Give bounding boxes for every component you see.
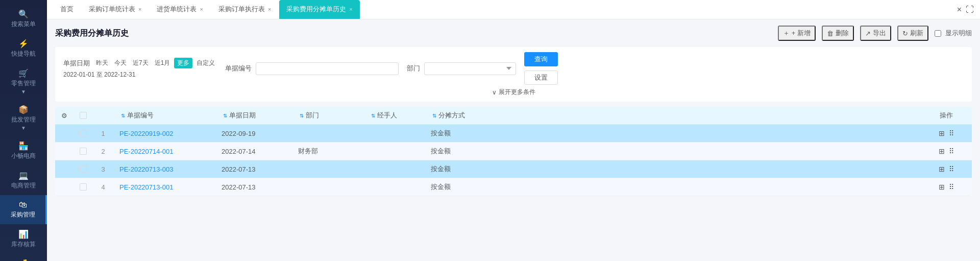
close-tab-purchase-exec[interactable]: ×: [268, 6, 271, 12]
row-ops-0: ⊞ ⠿: [921, 125, 972, 143]
refresh-button[interactable]: ↻ 刷新: [897, 26, 928, 41]
sidebar-item-inventory[interactable]: 📊 库存核算: [0, 224, 47, 254]
delete-button[interactable]: 🗑 删除: [822, 26, 854, 41]
table-row: 2 PE-20220714-001 2022-07-14 财务部 按金额 ⊞ ⠿: [55, 143, 972, 160]
data-table: ⚙ ⇅ 单据编号 ⇅ 单据日期: [55, 107, 972, 196]
sidebar-item-mini-shop[interactable]: 🏪 小畅电商: [0, 136, 47, 165]
col-header-check[interactable]: [74, 107, 93, 125]
row-checkbox-3[interactable]: [80, 183, 87, 191]
col-header-handler[interactable]: ⇅ 经手人: [363, 107, 425, 125]
close-tab-purchase-cost-history[interactable]: ×: [349, 6, 352, 12]
sidebar-item-quick-nav[interactable]: ⚡ 快捷导航: [0, 34, 47, 63]
doc-link-2[interactable]: PE-20220713-003: [119, 165, 174, 173]
tab-purchase-cost-history[interactable]: 采购费用分摊单历史 ×: [279, 0, 359, 19]
sidebar-item-retail[interactable]: 🛒 零售管理 ▼: [0, 63, 47, 100]
row-dept-3: [292, 178, 363, 196]
close-tab-inbound-stats[interactable]: ×: [200, 6, 203, 12]
search-icon: 🔍: [18, 9, 29, 19]
tab-purchase-order-stats[interactable]: 采购订单统计表 ×: [82, 0, 149, 19]
row-date-3: 2022-07-13: [215, 178, 292, 196]
row-edit-icon-2[interactable]: ⊞: [939, 165, 945, 173]
row-num-1: 2: [93, 143, 113, 160]
sidebar-item-capital[interactable]: 💰 资金管理: [0, 254, 47, 261]
row-check-cell[interactable]: [74, 125, 93, 143]
sidebar-item-wholesale[interactable]: 📦 批发管理 ▼: [0, 100, 47, 136]
row-more-icon-0[interactable]: ⠿: [949, 129, 954, 137]
col-header-dept[interactable]: ⇅ 部门: [292, 107, 363, 125]
shortcut-yesterday[interactable]: 昨天: [94, 58, 110, 68]
row-edit-icon-3[interactable]: ⊞: [939, 183, 945, 191]
shortcut-custom[interactable]: 自定义: [194, 58, 217, 68]
shortcut-7days[interactable]: 近7天: [131, 58, 151, 68]
row-checkbox-0[interactable]: [80, 130, 87, 137]
sort-icon-docno: ⇅: [121, 113, 125, 118]
row-checkbox-1[interactable]: [80, 148, 87, 155]
export-label: 导出: [873, 29, 886, 38]
dept-filter: 部门: [407, 62, 516, 75]
close-tab-purchase-order-stats[interactable]: ×: [138, 6, 141, 12]
tab-purchase-exec-label: 采购订单执行表: [218, 5, 265, 14]
row-docno-0[interactable]: PE-20220919-002: [113, 125, 215, 143]
show-cols-toggle[interactable]: 显示明细: [935, 29, 972, 38]
doc-link-1[interactable]: PE-20220714-001: [119, 148, 174, 155]
expand-window-icon[interactable]: ⛶: [966, 5, 974, 14]
row-num-2: 3: [93, 160, 113, 178]
row-dept-0: [292, 125, 363, 143]
add-button[interactable]: ＋ + 新增: [778, 26, 816, 41]
row-ops-3: ⊞ ⠿: [921, 178, 972, 196]
export-button[interactable]: ↗ 导出: [860, 26, 891, 41]
date-shortcuts: 昨天 今天 近7天 近1月 更多 自定义: [94, 58, 217, 68]
doc-no-input[interactable]: [256, 62, 399, 75]
row-check-cell[interactable]: [74, 160, 93, 178]
sidebar-item-label: 搜索菜单: [11, 20, 36, 29]
toolbar: ＋ + 新增 🗑 删除 ↗ 导出 ↻ 刷新 显示明细: [778, 26, 972, 41]
row-docno-3[interactable]: PE-20220713-001: [113, 178, 215, 196]
close-window-icon[interactable]: ×: [957, 5, 962, 14]
row-edit-icon-0[interactable]: ⊞: [939, 129, 945, 137]
shortcut-more[interactable]: 更多: [174, 58, 192, 68]
shortcut-today[interactable]: 今天: [112, 58, 129, 68]
select-all-checkbox[interactable]: [80, 112, 87, 119]
sidebar-item-search[interactable]: 🔍 搜索菜单: [0, 4, 47, 34]
purchase-icon: 🛍: [19, 200, 27, 209]
table-row: 3 PE-20220713-003 2022-07-13 按金额 ⊞ ⠿: [55, 160, 972, 178]
col-header-method[interactable]: ⇅ 分摊方式: [425, 107, 921, 125]
search-button[interactable]: 查询: [524, 52, 558, 66]
row-more-icon-1[interactable]: ⠿: [949, 147, 954, 155]
filter-area: 单据日期 昨天 今天 近7天 近1月 更多 自定义 2022-01-01 至 2…: [55, 47, 972, 102]
sidebar-item-ecommerce[interactable]: 💻 电商管理: [0, 165, 47, 195]
col-header-date[interactable]: ⇅ 单据日期: [215, 107, 292, 125]
tab-purchase-cost-history-label: 采购费用分摊单历史: [286, 5, 346, 14]
retail-icon: 🛒: [18, 68, 29, 78]
row-more-icon-3[interactable]: ⠿: [949, 183, 954, 191]
col-header-ops: 操作: [921, 107, 972, 125]
expand-more-btn[interactable]: ∨ 展开更多条件: [63, 88, 964, 97]
settings-button[interactable]: 设置: [524, 70, 558, 85]
col-header-settings[interactable]: ⚙: [55, 107, 74, 125]
delete-label: 删除: [836, 29, 849, 38]
row-docno-2[interactable]: PE-20220713-003: [113, 160, 215, 178]
tab-purchase-exec[interactable]: 采购订单执行表 ×: [211, 0, 278, 19]
sidebar-item-purchase[interactable]: 🛍 采购管理: [0, 195, 47, 224]
doc-link-0[interactable]: PE-20220919-002: [119, 130, 174, 137]
col-header-handler-label: 经手人: [377, 111, 397, 119]
shortcut-1month[interactable]: 近1月: [153, 58, 173, 68]
tab-inbound-stats[interactable]: 进货单统计表 ×: [150, 0, 210, 19]
page-body: 采购费用分摊单历史 ＋ + 新增 🗑 删除 ↗ 导出 ↻ 刷新: [47, 19, 980, 261]
show-cols-checkbox[interactable]: [935, 30, 941, 37]
dept-select[interactable]: [424, 62, 516, 75]
tab-home[interactable]: 首页: [53, 0, 81, 19]
row-settings-cell: [55, 143, 74, 160]
column-settings-icon[interactable]: ⚙: [61, 112, 67, 120]
row-more-icon-2[interactable]: ⠿: [949, 165, 954, 173]
col-header-docno[interactable]: ⇅ 单据编号: [113, 107, 215, 125]
row-edit-icon-1[interactable]: ⊞: [939, 147, 945, 155]
row-method-0: 按金额: [425, 125, 921, 143]
row-check-cell[interactable]: [74, 143, 93, 160]
date-filter-group: 单据日期 昨天 今天 近7天 近1月 更多 自定义 2022-01-01 至 2…: [63, 58, 217, 79]
row-check-cell[interactable]: [74, 178, 93, 196]
add-icon: ＋: [783, 29, 790, 38]
row-checkbox-2[interactable]: [80, 165, 87, 173]
row-docno-1[interactable]: PE-20220714-001: [113, 143, 215, 160]
doc-link-3[interactable]: PE-20220713-001: [119, 183, 174, 191]
